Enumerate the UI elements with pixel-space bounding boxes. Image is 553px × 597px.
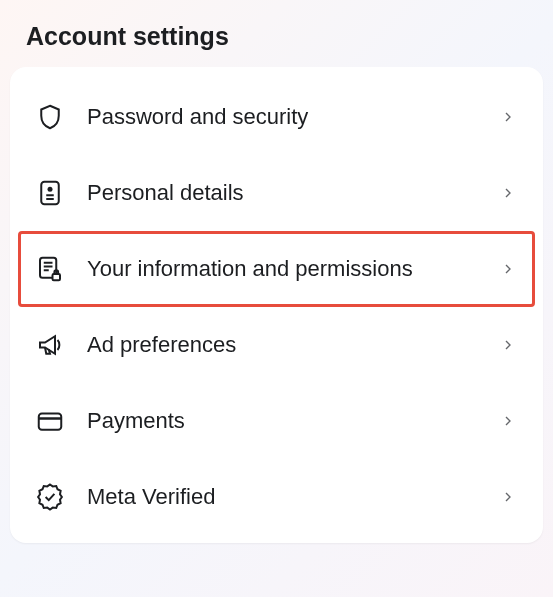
id-card-icon [33, 176, 67, 210]
setting-row-ad-preferences[interactable]: Ad preferences [18, 307, 535, 383]
setting-label: Password and security [87, 103, 496, 132]
setting-row-payments[interactable]: Payments [18, 383, 535, 459]
chevron-right-icon [496, 409, 520, 433]
document-lock-icon [33, 252, 67, 286]
setting-label: Meta Verified [87, 483, 496, 512]
svg-rect-8 [53, 274, 61, 280]
svg-rect-3 [46, 198, 54, 200]
chevron-right-icon [496, 333, 520, 357]
svg-rect-2 [46, 194, 54, 196]
setting-label: Your information and permissions [87, 255, 496, 284]
svg-rect-9 [39, 414, 62, 430]
setting-row-meta-verified[interactable]: Meta Verified [18, 459, 535, 535]
setting-label: Payments [87, 407, 496, 436]
chevron-right-icon [496, 181, 520, 205]
chevron-right-icon [496, 485, 520, 509]
credit-card-icon [33, 404, 67, 438]
setting-row-personal-details[interactable]: Personal details [18, 155, 535, 231]
setting-row-password-security[interactable]: Password and security [18, 79, 535, 155]
setting-label: Ad preferences [87, 331, 496, 360]
chevron-right-icon [496, 257, 520, 281]
chevron-right-icon [496, 105, 520, 129]
setting-row-info-permissions[interactable]: Your information and permissions [18, 231, 535, 307]
settings-card: Password and security Personal details [10, 67, 543, 543]
shield-icon [33, 100, 67, 134]
svg-rect-0 [41, 182, 59, 205]
page-title: Account settings [10, 10, 543, 67]
megaphone-icon [33, 328, 67, 362]
verified-badge-icon [33, 480, 67, 514]
svg-point-1 [48, 187, 53, 192]
setting-label: Personal details [87, 179, 496, 208]
